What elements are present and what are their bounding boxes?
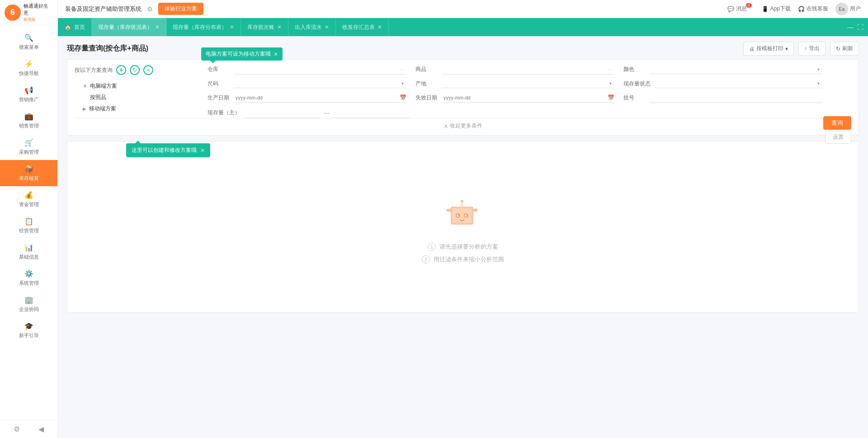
notifications-item[interactable]: 💬 消息 9 <box>727 5 755 13</box>
tab-batch-ledger[interactable]: 库存批次账 ✕ <box>241 18 288 36</box>
stock-main-from-input[interactable] <box>244 108 321 118</box>
tab-inout-flow[interactable]: 出入库流水 ✕ <box>288 18 336 36</box>
user-item[interactable]: Ea 用户 <box>835 3 861 15</box>
sidebar-item-purchase[interactable]: 🛒 采购管理 <box>0 134 57 160</box>
filter-refresh-button[interactable]: ↻ <box>130 65 140 75</box>
origin-arrow: ▾ <box>609 81 612 86</box>
filter-warehouse-row: 仓库 ··· <box>208 64 406 75</box>
logo-icon: 6 <box>5 5 21 21</box>
page-title: 现存量查询(按仓库+商品) <box>67 44 148 53</box>
basic-icon: 📊 <box>24 243 33 252</box>
main-content: 现存量查询(按仓库+商品) 🖨 按模板打印 ▾ ↑ 导出 ↻ 刷新 按以下方案查… <box>58 36 868 438</box>
print-icon: 🖨 <box>749 46 755 52</box>
svg-rect-10 <box>446 209 452 212</box>
warehouse-more-btn[interactable]: ··· <box>399 66 404 72</box>
stock-main-to-input[interactable] <box>332 108 410 118</box>
tab-home[interactable]: 🏠 首页 <box>58 18 92 36</box>
sidebar-item-finance[interactable]: 💰 资金管理 <box>0 186 57 212</box>
scheme-mobile-arrow[interactable]: ▶ <box>83 106 86 111</box>
filter-prev-button[interactable]: « <box>143 65 153 75</box>
gear-icon[interactable]: ⚙ <box>147 5 153 13</box>
chevron-down-icon: ▾ <box>785 46 788 52</box>
empty-icon-wrapper <box>443 191 483 233</box>
message-icon: 💬 <box>727 6 734 12</box>
sidebar-item-system[interactable]: ⚙️ 系统管理 <box>0 265 57 291</box>
page-actions: 🖨 按模板打印 ▾ ↑ 导出 ↻ 刷新 <box>743 42 859 56</box>
batch-input[interactable] <box>650 93 822 103</box>
tab-close-inventory-status[interactable]: ✕ <box>155 24 160 30</box>
color-arrow: ▾ <box>817 67 820 72</box>
header-left: 装备及固定资产辅助管理系统 ⚙ 体验行业方案 <box>65 3 203 15</box>
filter-goods-row: 商品 ··· <box>415 64 614 75</box>
stock-status-arrow: ▾ <box>817 81 820 86</box>
header-right: 💬 消息 9 📱 App下载 🎧 在线客服 Ea 用户 <box>727 3 861 15</box>
sidebar-item-inventory[interactable]: 📦 库存核算 <box>0 160 57 186</box>
tab-close-inout-flow[interactable]: ✕ <box>325 24 329 30</box>
sidebar-item-basic[interactable]: 📊 基础信息 <box>0 239 57 265</box>
online-service-item[interactable]: 🎧 在线客服 <box>798 5 828 13</box>
sidebar-item-operations[interactable]: 📋 经营管理 <box>0 212 57 239</box>
content-area: 1 请先选择要分析的方案 2 用过滤条件来缩小分析范围 <box>67 141 859 313</box>
guide-icon: 🎓 <box>24 322 33 330</box>
filter-origin-row: 产地 ▾ <box>415 79 614 88</box>
header: 装备及固定资产辅助管理系统 ⚙ 体验行业方案 💬 消息 9 📱 App下载 🎧 … <box>58 0 868 18</box>
filter-area: 按以下方案查询 + ↻ « 电脑方案可设为移动方案哦 ✕ ▼ 电脑端方案 按照品… <box>67 59 859 136</box>
tab-close-inventory-dist[interactable]: ✕ <box>230 24 234 30</box>
tab-close-receive-summary[interactable]: ✕ <box>377 24 382 30</box>
sales-icon: 💼 <box>24 112 33 121</box>
svg-point-7 <box>466 215 467 216</box>
app-download-item[interactable]: 📱 App下载 <box>762 5 791 13</box>
tab-inventory-dist[interactable]: 现存量（库存分布表） ✕ <box>166 18 241 36</box>
prod-date-input[interactable]: 📅 <box>234 93 406 103</box>
marketing-icon: 📢 <box>24 86 33 94</box>
print-button[interactable]: 🖨 按模板打印 ▾ <box>743 42 794 56</box>
filter-color-row: 颜色 ▾ <box>623 64 822 75</box>
sidebar-bottom: ⚙ ◀ <box>0 420 57 438</box>
svg-rect-11 <box>472 209 478 212</box>
query-button[interactable]: 查询 <box>823 116 851 130</box>
tabs-right-controls: — ⛶ <box>843 18 868 36</box>
experience-button[interactable]: 体验行业方案 <box>158 3 203 15</box>
calendar-icon-expiry[interactable]: 📅 <box>608 94 614 101</box>
scheme-expand-arrow[interactable]: ▼ <box>83 84 87 89</box>
sidebar-item-enterprise[interactable]: 🏢 企业协同 <box>0 291 57 317</box>
tooltip-create-close-btn[interactable]: ✕ <box>200 147 205 154</box>
export-button[interactable]: ↑ 导出 <box>798 42 826 56</box>
settings-bottom-btn[interactable]: ⚙ <box>14 425 20 433</box>
tooltip-close-btn[interactable]: ✕ <box>274 51 278 57</box>
expiry-date-input[interactable]: 📅 <box>442 93 614 103</box>
collapse-sidebar-btn[interactable]: ◀ <box>38 425 44 433</box>
tab-close-batch-ledger[interactable]: ✕ <box>277 24 282 30</box>
operations-icon: 📋 <box>24 217 33 226</box>
stock-main-separator: — <box>324 109 330 116</box>
sidebar-logo: 6 畅通通好生意 标准版 <box>0 0 57 25</box>
tab-minimize-btn[interactable]: — <box>847 24 854 31</box>
sidebar-item-marketing[interactable]: 📢 营销推广 <box>0 81 57 108</box>
refresh-button[interactable]: ↻ 刷新 <box>830 42 859 56</box>
tab-inventory-status[interactable]: 现存量（库存状况表） ✕ <box>92 18 166 36</box>
system-icon: ⚙️ <box>24 269 33 278</box>
filter-label: 按以下方案查询 <box>75 66 113 74</box>
empty-illustration <box>443 191 483 231</box>
sidebar-item-sales[interactable]: 💼 销售管理 <box>0 108 57 134</box>
sidebar-item-guide[interactable]: 🎓 新手引导 <box>0 317 57 344</box>
sidebar-item-search[interactable]: 🔍 搜索菜单 <box>0 29 57 55</box>
goods-more-btn[interactable]: ··· <box>607 66 612 72</box>
inventory-icon: 📦 <box>24 165 33 173</box>
filter-add-button[interactable]: + <box>116 65 126 75</box>
tab-maximize-btn[interactable]: ⛶ <box>857 24 863 31</box>
filter-expiry-date-row: 失效日期 📅 <box>415 93 614 103</box>
system-name: 装备及固定资产辅助管理系统 <box>65 5 142 13</box>
reset-button[interactable]: 设置 <box>825 131 851 144</box>
export-icon: ↑ <box>804 46 807 52</box>
tab-receive-summary[interactable]: 收发存汇总表 ✕ <box>336 18 389 36</box>
calendar-icon-prod[interactable]: 📅 <box>400 94 406 101</box>
filter-prod-date-row: 生产日期 📅 <box>208 93 406 103</box>
tabs-bar: 🏠 首页 现存量（库存状况表） ✕ 现存量（库存分布表） ✕ 库存批次账 ✕ 出… <box>58 18 868 36</box>
tooltip-scheme-switch: 电脑方案可设为移动方案哦 ✕ <box>201 47 283 61</box>
page-header: 现存量查询(按仓库+商品) 🖨 按模板打印 ▾ ↑ 导出 ↻ 刷新 <box>58 36 868 59</box>
lightning-icon: ⚡ <box>24 60 33 68</box>
sidebar-item-nav[interactable]: ⚡ 快捷导航 <box>0 55 57 81</box>
avatar: Ea <box>835 3 848 15</box>
filter-batch-row: 批号 <box>623 93 822 103</box>
